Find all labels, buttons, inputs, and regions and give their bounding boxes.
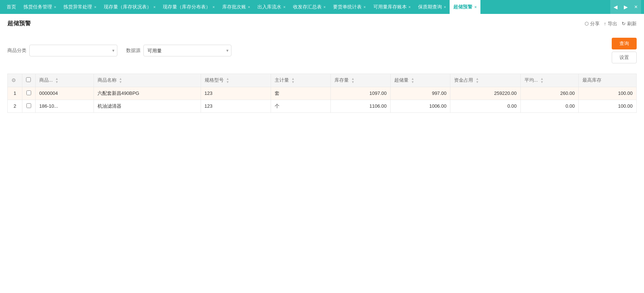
datasource-select-wrapper: 可用量 库存量 — [143, 45, 231, 56]
row-product-code: 186-10... — [36, 100, 94, 112]
row-stock: 1106.00 — [331, 100, 391, 112]
nav-arrows: ◀ ▶ ✕ — [610, 0, 641, 14]
page-title: 超储预警 — [7, 20, 31, 27]
row-unit: 套 — [271, 87, 330, 100]
category-select-wrapper — [29, 45, 117, 56]
sort-avg-icon: ▲▼ — [540, 77, 544, 84]
nav-item-home[interactable]: 首页 — [3, 0, 20, 14]
nav-close-batch-account[interactable]: × — [248, 5, 250, 9]
sort-stock-icon: ▲▼ — [351, 77, 355, 84]
sort-spec-icon: ▲▼ — [226, 77, 229, 84]
nav-left-arrow[interactable]: ◀ — [610, 0, 621, 14]
row-spec: 123 — [201, 87, 271, 100]
header-actions: ⬡ 分享 ↑ 导出 ↻ 刷新 — [585, 21, 637, 27]
nav-close-exception[interactable]: × — [94, 5, 96, 9]
share-action[interactable]: ⬡ 分享 — [585, 21, 600, 27]
filter-actions: 查询 设置 — [612, 38, 637, 63]
filter-bar: 商品分类 数据源 可用量 库存量 查询 设置 — [7, 33, 637, 68]
nav-item-stock-status[interactable]: 现存量（库存状况表）× — [100, 0, 159, 14]
data-table: ⚙ 商品... ▲▼ 商品名称 ▲▼ 规格型号 ▲▼ 主计 — [7, 74, 637, 113]
table-row: 2 186-10... 机油滤清器 123 个 1106.00 1006.00 … — [8, 100, 637, 112]
nav-item-exception[interactable]: 拣货异常处理× — [60, 0, 100, 14]
nav-item-inout-flow[interactable]: 出入库流水× — [254, 0, 289, 14]
th-spec[interactable]: 规格型号 ▲▼ — [201, 74, 271, 87]
row-capital: 0.00 — [450, 100, 520, 112]
row-product-name: 六配套新昌490BPG — [94, 87, 201, 100]
nav-item-quality-query[interactable]: 保质期查询× — [414, 0, 450, 14]
sort-product-code-icon: ▲▼ — [55, 77, 58, 84]
nav-close-order-stats[interactable]: × — [363, 5, 366, 9]
settings-gear-icon[interactable]: ⚙ — [11, 77, 16, 83]
category-filter: 商品分类 — [7, 45, 117, 56]
category-select[interactable] — [29, 45, 117, 56]
nav-item-batch-account[interactable]: 库存批次账× — [219, 0, 254, 14]
table-body: 1 0000004 六配套新昌490BPG 123 套 1097.00 997.… — [8, 87, 637, 112]
row-overstock: 997.00 — [391, 87, 450, 100]
row-index: 2 — [8, 100, 22, 112]
row-max-stock: 100.00 — [579, 100, 637, 112]
nav-item-order-stats[interactable]: 要货单统计表× — [329, 0, 369, 14]
row-checkbox[interactable] — [26, 103, 31, 108]
nav-item-avail-ledger[interactable]: 可用量库存账本× — [370, 0, 414, 14]
nav-close-stock-dist[interactable]: × — [212, 5, 215, 9]
export-action[interactable]: ↑ 导出 — [604, 21, 618, 27]
sort-product-name-icon: ▲▼ — [119, 77, 122, 84]
th-max-stock: 最高库存 — [579, 74, 637, 87]
th-product-name[interactable]: 商品名称 ▲▼ — [94, 74, 201, 87]
th-checkbox — [22, 74, 36, 87]
row-product-code: 0000004 — [36, 87, 94, 100]
nav-item-stock-dist[interactable]: 现存量（库存分布表）× — [159, 0, 218, 14]
row-avg: 260.00 — [520, 87, 579, 100]
nav-item-collect-summary[interactable]: 收发存汇总表× — [289, 0, 329, 14]
export-label: 导出 — [608, 21, 617, 27]
row-checkbox-cell — [22, 87, 36, 100]
nav-item-overstock-alert[interactable]: 超储预警× — [450, 0, 480, 14]
nav-close-stock-status[interactable]: × — [153, 5, 155, 9]
row-checkbox-cell — [22, 100, 36, 112]
nav-close-quality-query[interactable]: × — [444, 5, 446, 9]
th-overstock[interactable]: 超储量 ▲▼ — [391, 74, 450, 87]
top-nav: 首页拣货任务管理×拣货异常处理×现存量（库存状况表）×现存量（库存分布表）×库存… — [0, 0, 644, 14]
table-row: 1 0000004 六配套新昌490BPG 123 套 1097.00 997.… — [8, 87, 637, 100]
main-content: 超储预警 ⬡ 分享 ↑ 导出 ↻ 刷新 商品分类 — [0, 14, 644, 293]
row-product-name: 机油滤清器 — [94, 100, 201, 112]
row-spec: 123 — [201, 100, 271, 112]
sort-unit-icon: ▲▼ — [291, 77, 294, 84]
share-label: 分享 — [590, 21, 600, 27]
sort-overstock-icon: ▲▼ — [411, 77, 414, 84]
row-max-stock: 100.00 — [579, 87, 637, 100]
row-unit: 个 — [271, 100, 330, 112]
select-all-checkbox[interactable] — [26, 77, 31, 82]
export-icon: ↑ — [604, 21, 607, 26]
row-stock: 1097.00 — [331, 87, 391, 100]
nav-close-task-mgmt[interactable]: × — [54, 5, 56, 9]
nav-close-inout-flow[interactable]: × — [283, 5, 285, 9]
th-stock[interactable]: 库存量 ▲▼ — [331, 74, 391, 87]
th-avg[interactable]: 平均... ▲▼ — [520, 74, 579, 87]
th-unit[interactable]: 主计量 ▲▼ — [271, 74, 330, 87]
nav-close-overstock-alert[interactable]: × — [474, 5, 476, 9]
nav-close-collect-summary[interactable]: × — [323, 5, 326, 9]
row-avg: 0.00 — [520, 100, 579, 112]
datasource-select[interactable]: 可用量 库存量 — [143, 45, 231, 56]
datasource-filter: 数据源 可用量 库存量 — [126, 45, 231, 56]
query-button[interactable]: 查询 — [612, 38, 637, 49]
nav-right-arrow[interactable]: ▶ — [621, 0, 631, 14]
refresh-action[interactable]: ↻ 刷新 — [622, 21, 637, 27]
row-index: 1 — [8, 87, 22, 100]
nav-item-task-mgmt[interactable]: 拣货任务管理× — [20, 0, 60, 14]
row-checkbox[interactable] — [26, 90, 31, 95]
sort-capital-icon: ▲▼ — [476, 77, 479, 84]
nav-close-avail-ledger[interactable]: × — [409, 5, 411, 9]
row-overstock: 1006.00 — [391, 100, 450, 112]
refresh-icon: ↻ — [622, 21, 626, 26]
nav-close-arrow[interactable]: ✕ — [631, 0, 641, 14]
th-settings: ⚙ — [8, 74, 22, 87]
th-capital[interactable]: 资金占用 ▲▼ — [450, 74, 520, 87]
th-product-code[interactable]: 商品... ▲▼ — [36, 74, 94, 87]
datasource-label: 数据源 — [126, 47, 140, 54]
row-capital: 259220.00 — [450, 87, 520, 100]
table-header: ⚙ 商品... ▲▼ 商品名称 ▲▼ 规格型号 ▲▼ 主计 — [8, 74, 637, 87]
page-header: 超储预警 ⬡ 分享 ↑ 导出 ↻ 刷新 — [7, 20, 637, 27]
settings-button[interactable]: 设置 — [612, 52, 637, 63]
